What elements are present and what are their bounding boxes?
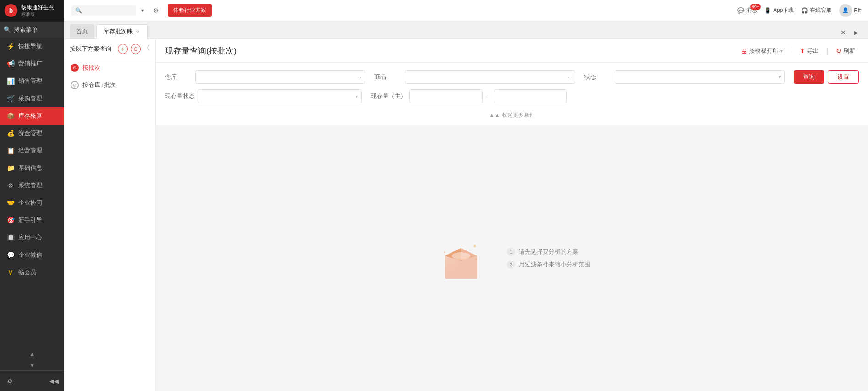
product-input-wrapper: ···	[405, 70, 575, 84]
sidebar-item-enterprise[interactable]: 🤝 企业协同	[0, 194, 64, 212]
sidebar-item-guide[interactable]: 🎯 新手引导	[0, 212, 64, 229]
stock-status-field: 现存量状态 ▾	[165, 89, 362, 103]
sidebar-item-label: 畅会员	[18, 268, 36, 277]
filter-panel: 按以下方案查询 + ⊙ 《 ⊙ 按批次	[64, 39, 156, 391]
filter-add-button[interactable]: +	[118, 44, 128, 54]
topbar-dropdown[interactable]: ▾	[141, 7, 144, 14]
warehouse-suffix-icon[interactable]: ···	[358, 74, 363, 80]
tip-number-2: 2	[507, 261, 515, 269]
sidebar-item-label: 营销推广	[18, 60, 42, 68]
phone-icon: 📱	[764, 7, 771, 14]
sidebar-item-system[interactable]: ⚙ 系统管理	[0, 177, 64, 194]
user-profile[interactable]: 👤 Rit	[839, 4, 861, 17]
sidebar-item-label: 快捷导航	[18, 42, 42, 50]
status-label: 状态	[584, 73, 612, 81]
tab-panel-close-button[interactable]: ✕	[837, 26, 850, 39]
print-dropdown-icon[interactable]: ▾	[780, 49, 783, 54]
app-download-button[interactable]: 📱 App下载	[764, 6, 794, 14]
stock-amount-max-input[interactable]	[494, 89, 567, 103]
tab-close-button[interactable]: ×	[136, 28, 141, 35]
filter-collapse-button[interactable]: 《	[143, 44, 150, 54]
sidebar-item-apps[interactable]: 🔲 应用中心	[0, 229, 64, 246]
sidebar-item-purchase[interactable]: 🛒 采购管理	[0, 90, 64, 107]
online-service-button[interactable]: 🎧 在线客服	[801, 6, 832, 14]
tab-home-label: 首页	[76, 27, 88, 36]
sales-icon: 📊	[6, 77, 15, 85]
tab-inventory-batch-label: 库存批次账	[103, 27, 133, 36]
topbar-search[interactable]: 🔍	[71, 5, 136, 16]
product-input[interactable]	[405, 70, 575, 84]
collapse-sidebar-button[interactable]: ◀◀	[48, 375, 60, 387]
page-header-actions: 🖨 按模板打印 ▾ ⬆ 导出 ↻ 刷新	[737, 45, 859, 57]
range-dash: —	[485, 93, 491, 100]
app-version: 标准版	[21, 11, 54, 18]
sidebar-scroll-up-button[interactable]: ▲	[0, 348, 64, 359]
filter-warehouse-batch-label: 按仓库+批次	[82, 81, 116, 89]
query-button[interactable]: 查询	[794, 70, 824, 84]
warehouse-input[interactable]	[195, 70, 365, 84]
tab-panel-arrow-button[interactable]: ▶	[850, 26, 863, 39]
tab-inventory-batch[interactable]: 库存批次账 ×	[96, 24, 148, 39]
headset-icon: 🎧	[801, 7, 808, 14]
export-label: 导出	[807, 47, 819, 55]
filter-warehouse-batch-icon: ⊙	[71, 81, 79, 89]
stock-status-select[interactable]	[198, 89, 362, 103]
search-form: 仓库 ··· 商品 ···	[156, 63, 868, 125]
sidebar-item-label: 库存核算	[18, 112, 42, 120]
filter-item-warehouse-batch[interactable]: ⊙ 按仓库+批次	[64, 76, 155, 94]
setting-button[interactable]: 设置	[828, 70, 859, 84]
filter-batch-icon: ⊙	[71, 64, 79, 72]
refresh-label: 刷新	[843, 47, 855, 55]
svg-text:✦: ✦	[472, 243, 477, 250]
refresh-button[interactable]: ↻ 刷新	[832, 45, 859, 57]
settings-icon: ⚙	[7, 378, 13, 385]
avatar: 👤	[839, 4, 852, 17]
gear-icon: ⚙	[153, 7, 159, 14]
system-icon: ⚙	[6, 181, 15, 190]
filter-panel-title: 按以下方案查询	[70, 45, 111, 53]
finance-icon: 💰	[6, 129, 15, 137]
tip-2-text: 用过滤条件来缩小分析范围	[519, 261, 590, 269]
collapse-more-button[interactable]: ▲▲ 收起更多条件	[165, 109, 859, 120]
sidebar-item-basic[interactable]: 📁 基础信息	[0, 159, 64, 177]
trial-button[interactable]: 体验行业方案	[168, 4, 212, 17]
form-row-1: 仓库 ··· 商品 ···	[165, 70, 859, 84]
sidebar-item-label: 系统管理	[18, 181, 42, 190]
page-title: 现存量查询(按批次)	[165, 45, 236, 56]
tip-number-1: 1	[507, 248, 515, 256]
sidebar-item-marketing[interactable]: 📢 营销推广	[0, 55, 64, 72]
main-panel: 现存量查询(按批次) 🖨 按模板打印 ▾ ⬆ 导出 ↻ 刷	[156, 39, 868, 391]
print-button[interactable]: 🖨 按模板打印 ▾	[737, 45, 786, 57]
tab-home[interactable]: 首页	[70, 24, 94, 39]
sidebar-item-shortcut[interactable]: ⚡ 快捷导航	[0, 38, 64, 55]
filter-item-batch[interactable]: ⊙ 按批次	[64, 59, 155, 76]
product-suffix-icon[interactable]: ···	[568, 74, 572, 80]
filter-settings-button[interactable]: ⊙	[131, 44, 141, 54]
export-button[interactable]: ⬆ 导出	[796, 45, 823, 57]
page-header: 现存量查询(按批次) 🖨 按模板打印 ▾ ⬆ 导出 ↻ 刷	[156, 39, 868, 63]
sidebar-item-inventory[interactable]: 📦 库存核算	[0, 107, 64, 125]
wechat-icon: 💬	[6, 251, 15, 259]
sidebar-item-operation[interactable]: 📋 经营管理	[0, 142, 64, 159]
stock-amount-min-input[interactable]	[409, 89, 483, 103]
sidebar-item-member[interactable]: V 畅会员	[0, 264, 64, 281]
sidebar-item-finance[interactable]: 💰 资金管理	[0, 125, 64, 142]
guide-icon: 🎯	[6, 216, 15, 224]
sidebar-scroll-down-button[interactable]: ▼	[0, 359, 64, 370]
sidebar-item-wechat[interactable]: 💬 企业微信	[0, 246, 64, 264]
refresh-icon: ↻	[836, 47, 841, 54]
sidebar-header: b 畅康通好生意 标准版	[0, 0, 64, 22]
collapse-icon: ◀◀	[49, 378, 59, 385]
status-select[interactable]	[615, 70, 785, 84]
topbar-gear-button[interactable]: ⚙	[149, 4, 162, 17]
print-label: 按模板打印	[749, 47, 779, 55]
tabs-bar-right: ✕ ▶	[837, 26, 863, 39]
sidebar-footer: ⚙ ◀◀	[0, 370, 64, 391]
sidebar-search[interactable]: 🔍 搜索菜单	[0, 22, 64, 38]
settings-button[interactable]: ⚙	[4, 375, 16, 387]
sidebar-item-sales[interactable]: 📊 销售管理	[0, 72, 64, 90]
message-button[interactable]: 💬 消息 99+	[737, 6, 757, 14]
filter-panel-actions: + ⊙ 《	[118, 44, 150, 54]
warehouse-input-wrapper: ···	[195, 70, 365, 84]
apps-icon: 🔲	[6, 234, 15, 242]
